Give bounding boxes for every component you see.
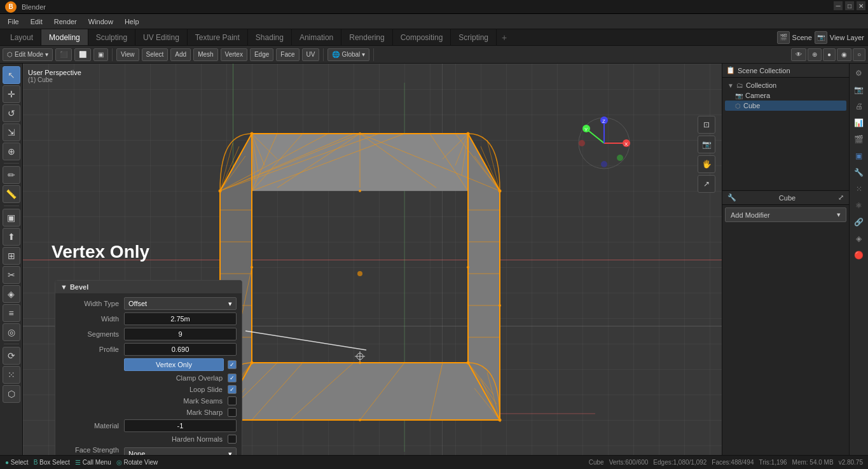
view-layer-props-icon[interactable]: 📊 bbox=[852, 116, 866, 130]
viewport-shading-render[interactable]: ○ bbox=[853, 48, 865, 61]
stats-edges: Edges:1,080/1,092 bbox=[653, 459, 706, 466]
tab-uv-editing[interactable]: UV Editing bbox=[135, 29, 188, 45]
svg-point-81 bbox=[357, 271, 362, 276]
maximize-button[interactable]: □ bbox=[845, 1, 854, 10]
vert-slide-tool[interactable]: ≡ bbox=[3, 304, 20, 322]
material-props-icon[interactable]: 🔴 bbox=[852, 248, 866, 262]
add-modifier-button[interactable]: Add Modifier ▾ bbox=[725, 207, 846, 222]
viewport-shading-solid[interactable]: ● bbox=[823, 48, 836, 61]
view-menu[interactable]: View bbox=[116, 48, 139, 61]
material-input[interactable]: -1 bbox=[124, 419, 237, 432]
overlay-btn[interactable]: 👁 bbox=[791, 48, 806, 61]
physics-props-icon[interactable]: ⚛ bbox=[852, 199, 866, 213]
add-menu[interactable]: Add bbox=[170, 48, 191, 61]
menu-render[interactable]: Render bbox=[49, 17, 82, 27]
lock-camera-btn[interactable]: 🖐 bbox=[698, 155, 715, 173]
camera-view-btn[interactable]: 📷 bbox=[698, 136, 715, 153]
tab-modeling[interactable]: Modeling bbox=[41, 29, 88, 45]
tab-layout[interactable]: Layout bbox=[3, 29, 41, 45]
mark-seams-checkbox[interactable] bbox=[228, 396, 237, 405]
data-props-icon[interactable]: ◈ bbox=[852, 232, 866, 246]
profile-row: Profile 0.690 bbox=[60, 343, 237, 356]
mesh-menu[interactable]: Mesh bbox=[193, 48, 217, 61]
shrink-fatten-tool[interactable]: ◎ bbox=[3, 323, 20, 341]
minimize-button[interactable]: ─ bbox=[834, 1, 843, 10]
menu-edit[interactable]: Edit bbox=[25, 17, 48, 27]
bevel-tool[interactable]: ◈ bbox=[3, 285, 20, 303]
tab-sculpting[interactable]: Sculpting bbox=[88, 29, 135, 45]
material-row: Material -1 bbox=[60, 419, 237, 432]
collection-item[interactable]: ▼ 🗂 Collection bbox=[725, 80, 846, 90]
particle-props-icon[interactable]: ⁙ bbox=[852, 182, 866, 196]
move-tool[interactable]: ✛ bbox=[3, 85, 20, 103]
profile-input[interactable]: 0.690 bbox=[124, 343, 237, 356]
clamp-overlap-checkbox[interactable] bbox=[228, 374, 237, 382]
rotate-tool[interactable]: ↺ bbox=[3, 104, 20, 122]
width-input[interactable]: 2.75m bbox=[124, 312, 237, 325]
harden-normals-checkbox[interactable] bbox=[228, 435, 237, 444]
tab-texture-paint[interactable]: Texture Paint bbox=[188, 29, 248, 45]
add-modifier-label: Add Modifier bbox=[731, 211, 770, 219]
width-type-dropdown[interactable]: Offset ▾ bbox=[124, 297, 237, 310]
measure-tool[interactable]: 📏 bbox=[3, 185, 20, 203]
viewport-3d[interactable]: User Perspective (1) Cube Vertex Only bbox=[23, 64, 722, 455]
vertex-menu[interactable]: Vertex bbox=[221, 48, 247, 61]
scale-tool[interactable]: ⇲ bbox=[3, 123, 20, 141]
mark-sharp-checkbox[interactable] bbox=[228, 408, 237, 417]
spin-tool[interactable]: ⟳ bbox=[3, 347, 20, 365]
select-menu[interactable]: Select bbox=[142, 48, 169, 61]
menu-window[interactable]: Window bbox=[83, 17, 118, 27]
output-props-icon[interactable]: 🖨 bbox=[852, 99, 866, 113]
navigation-gizmo[interactable]: X Y Z bbox=[575, 115, 633, 173]
camera-perspective-btn[interactable]: ⊡ bbox=[698, 116, 715, 134]
transform-orientation[interactable]: 🌐 Global ▾ bbox=[327, 48, 369, 61]
view-layer-icon[interactable]: 📷 bbox=[815, 31, 827, 44]
modifier-props-icon[interactable]: 🔧 bbox=[852, 165, 866, 179]
render-props-icon[interactable]: 📷 bbox=[852, 83, 866, 97]
add-workspace-button[interactable]: + bbox=[497, 29, 512, 45]
menu-help[interactable]: Help bbox=[120, 17, 144, 27]
segments-input[interactable]: 9 bbox=[124, 328, 237, 340]
uv-menu[interactable]: UV bbox=[302, 48, 320, 61]
add-cube-tool[interactable]: ⬡ bbox=[3, 385, 20, 403]
extrude-tool[interactable]: ⬆ bbox=[3, 228, 20, 246]
face-menu[interactable]: Face bbox=[276, 48, 299, 61]
cursor-tool[interactable]: ↖ bbox=[3, 66, 20, 84]
transform-tool[interactable]: ⊕ bbox=[3, 143, 20, 160]
randomize-tool[interactable]: ⁙ bbox=[3, 366, 20, 384]
scene-props-icon[interactable]: ⚙ bbox=[852, 66, 866, 80]
mesh-type-face[interactable]: ▣ bbox=[93, 48, 108, 61]
vertex-only-button[interactable]: Vertex Only bbox=[124, 358, 224, 371]
mesh-type-vertex[interactable]: ⬛ bbox=[55, 48, 72, 61]
scene-selector[interactable]: 🎬 bbox=[777, 31, 790, 44]
view-layer-label: View Layer bbox=[830, 34, 864, 41]
camera-item[interactable]: 📷 Camera bbox=[725, 90, 846, 101]
loop-slide-checkbox[interactable] bbox=[228, 385, 237, 394]
tab-scripting[interactable]: Scripting bbox=[451, 29, 497, 45]
edge-menu[interactable]: Edge bbox=[250, 48, 273, 61]
menu-file[interactable]: File bbox=[3, 17, 24, 27]
object-mode-btn[interactable]: ⬡ Edit Mode ▾ bbox=[3, 48, 53, 61]
tab-animation[interactable]: Animation bbox=[292, 29, 341, 45]
scene-data-icon[interactable]: 🎬 bbox=[852, 132, 866, 146]
object-props-icon[interactable]: ▣ bbox=[852, 149, 866, 163]
close-button[interactable]: ✕ bbox=[857, 1, 865, 10]
bevel-header[interactable]: ▼ Bevel bbox=[55, 281, 242, 293]
loop-cut-tool[interactable]: ⊞ bbox=[3, 247, 20, 265]
constraints-icon[interactable]: 🔗 bbox=[852, 215, 866, 229]
tab-rendering[interactable]: Rendering bbox=[341, 29, 392, 45]
annotate-tool[interactable]: ✏ bbox=[3, 166, 20, 184]
knife-tool[interactable]: ✂ bbox=[3, 266, 20, 284]
cube-item[interactable]: ⬡ Cube bbox=[725, 101, 846, 111]
walk-navigation-btn[interactable]: ↗ bbox=[698, 175, 715, 193]
viewport-shading-material[interactable]: ◉ bbox=[837, 48, 851, 61]
face-strength-dropdown[interactable]: None ▾ bbox=[124, 447, 237, 455]
tab-compositing[interactable]: Compositing bbox=[393, 29, 451, 45]
inset-face-tool[interactable]: ▣ bbox=[3, 209, 20, 227]
gizmo-btn[interactable]: ⊕ bbox=[808, 48, 822, 61]
tab-shading[interactable]: Shading bbox=[248, 29, 292, 45]
cube-icon: ⬡ bbox=[735, 102, 741, 109]
mesh-type-edge[interactable]: ⬜ bbox=[74, 48, 91, 61]
vertex-only-checkbox[interactable] bbox=[228, 360, 237, 369]
box-select-hint: B Box Select bbox=[34, 459, 70, 466]
